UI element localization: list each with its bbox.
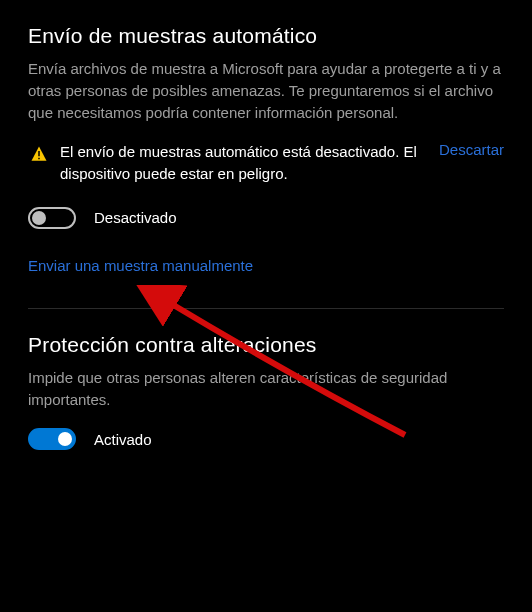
- section-divider: [28, 308, 504, 309]
- toggle-row: Activado: [28, 428, 504, 450]
- warning-alert: El envío de muestras automático está des…: [28, 141, 504, 185]
- section-title: Envío de muestras automático: [28, 24, 504, 48]
- svg-rect-0: [38, 151, 40, 156]
- tamper-protection-section: Protección contra alteraciones Impide qu…: [28, 333, 504, 451]
- toggle-label: Activado: [94, 431, 152, 448]
- sample-submission-toggle[interactable]: [28, 207, 76, 229]
- svg-rect-1: [38, 158, 40, 160]
- section-description: Impide que otras personas alteren caract…: [28, 367, 504, 411]
- section-title: Protección contra alteraciones: [28, 333, 504, 357]
- dismiss-link[interactable]: Descartar: [439, 141, 504, 158]
- tamper-protection-toggle[interactable]: [28, 428, 76, 450]
- toggle-row: Desactivado: [28, 207, 504, 229]
- toggle-label: Desactivado: [94, 209, 177, 226]
- alert-text: El envío de muestras automático está des…: [60, 141, 431, 185]
- warning-icon: [30, 145, 48, 166]
- automatic-sample-submission-section: Envío de muestras automático Envía archi…: [28, 24, 504, 280]
- send-sample-manually-link[interactable]: Enviar una muestra manualmente: [28, 257, 253, 274]
- section-description: Envía archivos de muestra a Microsoft pa…: [28, 58, 504, 123]
